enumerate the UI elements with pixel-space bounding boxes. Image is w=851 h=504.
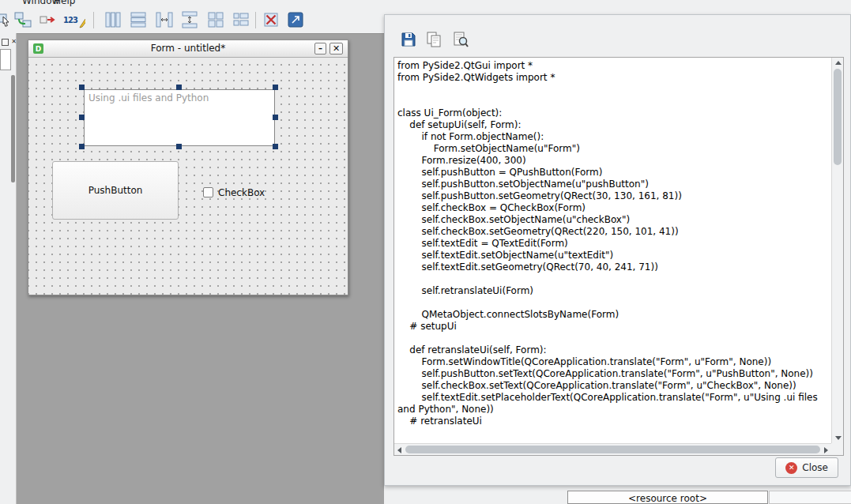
find-icon[interactable] xyxy=(451,30,470,49)
scroll-right-icon[interactable] xyxy=(824,447,828,453)
selection-handle-bottom-left[interactable] xyxy=(79,144,85,149)
pushbutton-widget[interactable]: PushButton xyxy=(52,161,179,220)
break-layout-icon[interactable] xyxy=(262,10,281,29)
close-button[interactable]: ✕ Close xyxy=(775,457,838,478)
edit-tab-order-icon[interactable]: 123 xyxy=(63,10,85,29)
layout-splitter-horizontal-icon[interactable] xyxy=(155,10,174,29)
tab-order-label: 123 xyxy=(63,12,77,29)
minimize-button[interactable]: – xyxy=(314,43,326,55)
layout-form-icon[interactable] xyxy=(232,10,250,29)
resource-root-item[interactable]: <resource root> xyxy=(567,491,768,504)
menu-bar: Window Help xyxy=(0,0,851,7)
scroll-up-icon[interactable] xyxy=(835,61,842,65)
save-icon[interactable] xyxy=(399,30,418,49)
layout-splitter-vertical-icon[interactable] xyxy=(180,10,199,29)
selection-handle-bottom-center[interactable] xyxy=(176,144,182,149)
vertical-scrollbar[interactable] xyxy=(831,58,843,443)
copy-icon[interactable] xyxy=(424,30,443,49)
horizontal-scrollbar[interactable] xyxy=(394,443,831,455)
textedit-widget[interactable]: Using .ui files and Python xyxy=(84,89,275,146)
layout-grid-icon[interactable] xyxy=(206,10,225,29)
checkbox-label: CheckBox xyxy=(218,187,265,198)
toolbar-separator xyxy=(93,12,94,28)
textedit-placeholder: Using .ui files and Python xyxy=(88,92,209,103)
toolbar-separator-2 xyxy=(255,12,256,28)
close-button-label: Close xyxy=(802,462,828,473)
selection-handle-top-center[interactable] xyxy=(176,85,182,90)
layout-vertical-icon[interactable] xyxy=(129,10,148,29)
selection-handle-top-right[interactable] xyxy=(273,85,278,90)
resource-side-panel xyxy=(769,491,851,504)
dock-scrollbar[interactable] xyxy=(11,75,15,182)
checkbox-widget[interactable]: CheckBox xyxy=(203,176,283,209)
horizontal-scroll-thumb[interactable] xyxy=(405,446,820,453)
selection-handle-mid-left[interactable] xyxy=(79,115,85,120)
scrollbar-corner xyxy=(831,443,843,455)
close-window-button[interactable]: ✕ xyxy=(329,43,343,55)
dock-float-icon[interactable] xyxy=(2,39,9,46)
layout-horizontal-icon[interactable] xyxy=(104,10,122,29)
form-canvas[interactable]: Using .ui files and Python PushButton Ch… xyxy=(28,58,348,295)
form-window-title: Form - untitled* xyxy=(28,43,348,54)
checkbox-box-icon[interactable] xyxy=(203,187,213,197)
code-view[interactable]: from PySide2.QtGui import *from PySide2.… xyxy=(393,57,844,456)
close-x-icon: ✕ xyxy=(785,462,797,474)
form-editor-window[interactable]: D Form - untitled* – ✕ Using .ui files a… xyxy=(28,39,348,295)
scroll-left-icon[interactable] xyxy=(397,447,401,453)
form-window-titlebar[interactable]: D Form - untitled* – ✕ xyxy=(28,40,348,58)
code-text: from PySide2.QtGui import *from PySide2.… xyxy=(397,60,830,442)
widget-box-dock xyxy=(0,33,17,504)
adjust-size-icon[interactable] xyxy=(286,10,305,29)
widget-filter-box[interactable] xyxy=(0,49,11,70)
pushbutton-label: PushButton xyxy=(88,185,143,196)
edit-signals-slots-icon[interactable] xyxy=(13,10,32,29)
code-preview-dialog: from PySide2.QtGui import *from PySide2.… xyxy=(384,14,851,486)
selection-handle-bottom-right[interactable] xyxy=(273,144,278,149)
edit-widgets-icon[interactable] xyxy=(0,10,13,29)
vertical-scroll-thumb[interactable] xyxy=(834,69,842,165)
qt-designer-screen: Window Help 123 xyxy=(0,0,851,504)
menu-help[interactable]: Help xyxy=(54,0,75,6)
edit-buddies-icon[interactable] xyxy=(39,10,58,29)
scroll-down-icon[interactable] xyxy=(835,436,842,440)
selection-handle-top-left[interactable] xyxy=(79,85,85,90)
selection-handle-mid-right[interactable] xyxy=(273,115,278,120)
